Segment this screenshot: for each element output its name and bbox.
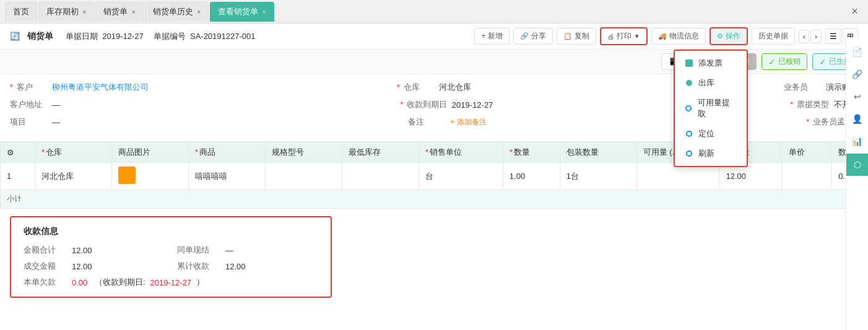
confirmed-badge[interactable]: ✓ 已核销 (762, 53, 807, 70)
tab-view-label: 查看销货单 (218, 6, 258, 17)
tab-sales-label: 销货单 (103, 6, 128, 17)
next-button[interactable]: › (810, 30, 822, 43)
dropdown-refresh-label: 刷新 (698, 148, 714, 159)
project-value: — (52, 118, 60, 127)
cell-pkg-qty: 1台 (560, 163, 636, 190)
print-button[interactable]: 🖨 打印 ▼ (600, 27, 648, 45)
payment-cumulative-item: 累计收款 12.00 (177, 261, 318, 272)
cell-min-stock (342, 163, 419, 190)
operation-dropdown-container: ⚙ 操作 添发票 出库 可用量提取 (710, 27, 748, 45)
col-min-stock: 最低库存 (342, 142, 419, 163)
payment-same-order-item: 同单现结 — (177, 245, 318, 256)
cell-spec (265, 163, 342, 190)
tab-history-close[interactable]: × (197, 8, 201, 15)
col-product: *商品 (188, 142, 265, 163)
payment-balance-value: 0.00 (72, 278, 87, 287)
cell-product: 嘻嘻嘻嘻 (188, 163, 265, 190)
payment-title: 收款信息 (24, 226, 318, 237)
payment-balance-end: ） (196, 277, 204, 288)
new-button[interactable]: + 新增 (474, 28, 509, 45)
payment-cumulative-label: 累计收款 (177, 261, 220, 272)
sidebar-icon-user[interactable]: 👤 (848, 109, 867, 129)
out-stock-icon (685, 79, 693, 87)
col-unit: *销售单位 (419, 142, 503, 163)
add-invoice-icon (685, 59, 693, 67)
dropdown-out-stock-label: 出库 (698, 77, 714, 89)
payment-balance-note: （收款到期日: (92, 277, 145, 288)
tab-home-label: 首页 (13, 6, 29, 17)
address-field: 客户地址 — (10, 99, 400, 110)
tab-view-close[interactable]: × (262, 8, 266, 15)
sidebar-icon-link[interactable]: 🔗 (848, 64, 867, 84)
tab-view[interactable]: 查看销货单 × (210, 2, 274, 22)
cell-qty: 1.00 (503, 163, 560, 190)
nav-arrows: ‹ › (799, 30, 822, 43)
copy-button[interactable]: 📋 复制 (557, 28, 596, 45)
sidebar-icon-doc[interactable]: 📄 (848, 42, 867, 62)
doc-meta: 单据日期 2019-12-27 单据编号 SA-20191227-001 (66, 31, 256, 42)
doc-date-value: 2019-12-27 (102, 32, 144, 41)
payment-amount-value: 12.00 (72, 246, 92, 255)
tab-sales[interactable]: 销货单 × (95, 2, 143, 22)
sidebar-icon-chart[interactable]: 📊 (848, 131, 867, 151)
col-qty: *数量 (503, 142, 560, 163)
window-close-button[interactable]: × (846, 5, 863, 18)
tab-history-label: 销货单历史 (153, 6, 193, 17)
toolbar-right: + 新增 🔗 分享 📋 复制 🖨 打印 ▼ 🚚 物流信息 (474, 27, 858, 45)
cell-warehouse: 河北仓库 (35, 163, 112, 190)
warehouse-value: 河北仓库 (439, 82, 471, 93)
ticket-label: * 票据类型 (790, 99, 829, 110)
col-settings[interactable]: ⚙ (1, 142, 35, 163)
col-price: 单价 (783, 142, 832, 163)
dropdown-qty-extract[interactable]: 可用量提取 (675, 93, 747, 124)
customer-value[interactable]: 柳州粤港平安气体有限公司 (52, 82, 149, 93)
print-dropdown-container: 🖨 打印 ▼ (600, 27, 648, 45)
sidebar-icon-expand[interactable]: ⬡ (846, 154, 869, 176)
share-button[interactable]: 🔗 分享 (513, 28, 553, 45)
doc-date-label: 单据日期 2019-12-27 (66, 31, 144, 42)
dropdown-add-invoice-label: 添发票 (698, 58, 723, 69)
dropdown-refresh[interactable]: 刷新 (675, 144, 747, 163)
cell-image (112, 163, 189, 190)
payment-amount-item: 金额合计 12.00 (24, 245, 165, 256)
payment-section: 收款信息 金额合计 12.00 同单现结 — 成交金额 12.00 累计收款 1… (10, 216, 332, 298)
tab-inventory-close[interactable]: × (82, 8, 86, 15)
customer-field: * 客户 柳州粤港平安气体有限公司 (10, 82, 397, 93)
subtotal-row: 小计 (1, 190, 868, 209)
locate-icon (685, 129, 693, 138)
tab-history[interactable]: 销货单历史 × (145, 2, 209, 22)
cell-no: 1 (1, 163, 35, 190)
payment-grid: 金额合计 12.00 同单现结 — 成交金额 12.00 累计收款 12.00 … (24, 245, 318, 288)
dropdown-out-stock[interactable]: 出库 (675, 73, 747, 93)
right-sidebar: 📄 🔗 ↩ 👤 📊 ⬡ (846, 37, 868, 330)
tab-bar: 首页 库存期初 × 销货单 × 销货单历史 × 查看销货单 × × (0, 0, 868, 24)
dropdown-qty-extract-label: 可用量提取 (698, 97, 737, 119)
dropdown-locate[interactable]: 定位 (675, 124, 747, 144)
col-warehouse: *仓库 (35, 142, 112, 163)
confirmed-label: 已核销 (778, 56, 801, 67)
add-note-button[interactable]: 添加备注 (450, 117, 486, 128)
history-button[interactable]: 历史单据 (752, 28, 795, 45)
doc-number-label: 单据编号 SA-20191227-001 (154, 31, 256, 42)
logistics-button[interactable]: 🚚 物流信息 (651, 28, 706, 45)
main-content: 🔄 销货单 单据日期 2019-12-27 单据编号 SA-20191227-0… (0, 24, 868, 330)
operation-button[interactable]: ⚙ 操作 (710, 27, 748, 45)
dropdown-locate-label: 定位 (698, 128, 714, 139)
address-label: 客户地址 (10, 99, 47, 110)
dropdown-add-invoice[interactable]: 添发票 (675, 53, 747, 73)
staff-label: * 业务员孟 (806, 116, 845, 128)
list-view-button[interactable]: ☰ (825, 28, 841, 44)
tab-home[interactable]: 首页 (5, 2, 37, 22)
operation-dropdown-menu: 添发票 出库 可用量提取 定位 (674, 50, 748, 167)
cell-unit: 台 (419, 163, 503, 190)
payment-same-order-label: 同单现结 (177, 245, 220, 256)
doc-icon: 🔄 (10, 32, 20, 41)
col-pkg-qty: 包装数量 (560, 142, 636, 163)
project-label: 项目 (10, 116, 47, 128)
tab-sales-close[interactable]: × (131, 8, 135, 15)
prev-button[interactable]: ‹ (799, 30, 810, 43)
refresh-icon (685, 149, 693, 158)
sidebar-icon-return[interactable]: ↩ (848, 87, 867, 106)
col-spec: 规格型号 (265, 142, 342, 163)
tab-inventory[interactable]: 库存期初 × (38, 2, 94, 22)
